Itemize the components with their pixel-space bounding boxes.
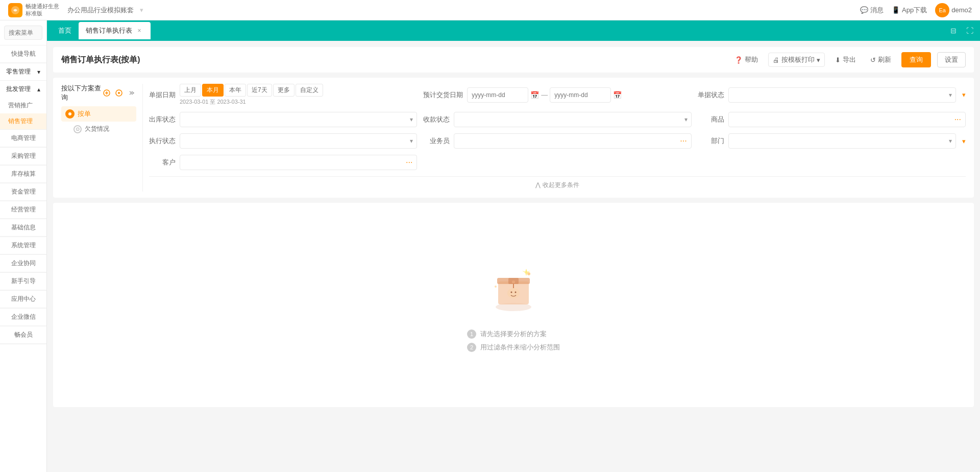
sidebar-sub-sales[interactable]: 销售管理 bbox=[0, 113, 46, 129]
filter-row-3: 执行状态 全部 执行中 已完成 bbox=[149, 133, 966, 149]
page-title: 销售订单执行表(按单) bbox=[61, 55, 140, 65]
collapse-more-btn[interactable]: ⋀ 收起更多条件 bbox=[149, 176, 966, 192]
sidebar-sub-marketing[interactable]: 营销推广 bbox=[0, 98, 46, 113]
sidebar-item-operation[interactable]: 经营管理 bbox=[0, 201, 46, 219]
empty-tip-1: 1 请先选择要分析的方案 bbox=[467, 329, 560, 339]
empty-tips: 1 请先选择要分析的方案 2 用过滤条件来缩小分析范围 bbox=[467, 329, 560, 352]
help-btn[interactable]: ❓ 帮助 bbox=[730, 53, 762, 66]
exec-select[interactable]: 全部 执行中 已完成 bbox=[180, 133, 417, 149]
goods-input[interactable]: ··· bbox=[728, 112, 966, 127]
sidebar-item-vip[interactable]: 畅会员 bbox=[0, 326, 46, 344]
empty-illustration bbox=[483, 258, 544, 321]
salesperson-input[interactable]: ··· bbox=[454, 133, 691, 149]
date-btn-more[interactable]: 更多 bbox=[273, 84, 295, 97]
scheme-collapse-btn[interactable] bbox=[126, 88, 136, 98]
sidebar-item-newuser[interactable]: 新手引导 bbox=[0, 273, 46, 290]
sidebar-item-purchase[interactable]: 采购管理 bbox=[0, 148, 46, 165]
receipt-select-wrapper: 全部 未收款 部分收款 已收款 bbox=[454, 112, 691, 127]
shipment-label: 出库状态 bbox=[149, 115, 176, 124]
customer-dots-icon[interactable]: ··· bbox=[406, 158, 412, 167]
date-btn-last-month[interactable]: 上月 bbox=[180, 84, 201, 97]
sidebar-search-input[interactable] bbox=[4, 26, 42, 40]
sidebar-section-system: 系统管理 bbox=[0, 237, 46, 255]
exec-select-wrapper: 全部 执行中 已完成 bbox=[180, 133, 417, 149]
sidebar-section-wholesale: 批发管理 ▴ 营销推广 销售管理 bbox=[0, 81, 46, 130]
sidebar-item-ecommerce[interactable]: 电商管理 bbox=[0, 130, 46, 147]
status-expand-icon[interactable]: ▾ bbox=[962, 91, 966, 99]
scheme-item-0[interactable]: 按单 bbox=[61, 106, 136, 122]
subtitle-dropdown-icon[interactable]: ▾ bbox=[140, 6, 143, 14]
user-menu[interactable]: Ea demo2 bbox=[935, 3, 972, 17]
sidebar-item-inventory[interactable]: 库存核算 bbox=[0, 166, 46, 183]
filter-scheme-header: 按以下方案查询 bbox=[61, 84, 136, 102]
tab-home[interactable]: 首页 bbox=[51, 23, 79, 38]
scheme-add-btn[interactable] bbox=[102, 88, 112, 98]
status-select-wrapper: 全部 待审核 已审核 已完成 bbox=[728, 87, 956, 103]
shipment-select[interactable]: 全部 未出库 部分出库 已出库 bbox=[180, 112, 417, 127]
dept-expand-icon[interactable]: ▾ bbox=[962, 137, 966, 145]
tab-close-icon[interactable]: × bbox=[135, 27, 143, 35]
settings-btn[interactable]: 设置 bbox=[937, 52, 966, 67]
scheme-item-1[interactable]: ⊙ 欠货情况 bbox=[61, 122, 136, 136]
sidebar-item-system[interactable]: 系统管理 bbox=[0, 237, 46, 254]
filter-field-shipment: 出库状态 全部 未出库 部分出库 已出库 bbox=[149, 112, 417, 127]
app-icon: 📱 bbox=[892, 6, 900, 14]
sidebar-section-cooperation: 企业协同 bbox=[0, 255, 46, 273]
tab-pin-btn[interactable]: ⊟ bbox=[947, 25, 960, 37]
sidebar-item-quicknav[interactable]: 快捷导航 bbox=[0, 45, 46, 63]
filter-row-1: 单据日期 上月 本月 本年 近7天 更多 自定义 bbox=[149, 84, 966, 106]
sidebar-section-purchase: 采购管理 bbox=[0, 148, 46, 166]
dept-select[interactable]: 全部 bbox=[728, 133, 956, 149]
print-btn[interactable]: 🖨 按模板打印 ▾ bbox=[768, 53, 825, 67]
filter-row-2: 出库状态 全部 未出库 部分出库 已出库 bbox=[149, 112, 966, 127]
filter-layout: 按以下方案查询 bbox=[61, 84, 966, 192]
tab-expand-btn[interactable]: ⛶ bbox=[964, 25, 976, 37]
page-header: 销售订单执行表(按单) ❓ 帮助 🖨 按模板打印 ▾ ⬇ 导出 bbox=[53, 47, 974, 73]
sidebar-item-cooperation[interactable]: 企业协同 bbox=[0, 255, 46, 272]
svg-point-5 bbox=[118, 92, 120, 94]
salesperson-label: 业务员 bbox=[423, 136, 450, 146]
date-btn-group: 上月 本月 本年 近7天 更多 自定义 bbox=[180, 84, 417, 97]
filter-field-expected-date: 预计交货日期 📅 — 📅 bbox=[423, 84, 691, 106]
tab-bar-actions: ⊟ ⛶ bbox=[947, 25, 976, 37]
calendar-end-icon[interactable]: 📅 bbox=[613, 91, 622, 99]
date-btn-this-month[interactable]: 本月 bbox=[202, 84, 224, 97]
print-dropdown-icon: ▾ bbox=[817, 56, 820, 64]
filter-fields: 单据日期 上月 本月 本年 近7天 更多 自定义 bbox=[149, 84, 966, 192]
svg-point-12 bbox=[507, 288, 520, 298]
date-btn-custom[interactable]: 自定义 bbox=[296, 84, 323, 97]
avatar: Ea bbox=[935, 3, 949, 17]
page-content: 销售订单执行表(按单) ❓ 帮助 🖨 按模板打印 ▾ ⬇ 导出 bbox=[47, 41, 980, 472]
svg-point-10 bbox=[527, 272, 530, 275]
sidebar-item-appcenter[interactable]: 应用中心 bbox=[0, 291, 46, 308]
calendar-start-icon[interactable]: 📅 bbox=[530, 91, 539, 99]
expected-date-start[interactable] bbox=[467, 87, 528, 103]
sidebar-item-wholesale[interactable]: 批发管理 ▴ bbox=[0, 81, 46, 98]
content-area: 首页 销售订单执行表 × ⊟ ⛶ 销售订单执行表(按单) ❓ 帮助 bbox=[47, 20, 980, 472]
query-btn[interactable]: 查询 bbox=[901, 52, 931, 67]
salesperson-dots-icon[interactable]: ··· bbox=[680, 136, 687, 146]
goods-dots-icon[interactable]: ··· bbox=[954, 115, 961, 124]
sidebar-item-finance[interactable]: 资金管理 bbox=[0, 183, 46, 201]
app-download-btn[interactable]: 📱 App下载 bbox=[892, 6, 927, 15]
sidebar-item-retail[interactable]: 零售管理 ▾ bbox=[0, 63, 46, 80]
expected-date-end[interactable] bbox=[550, 87, 611, 103]
sidebar-item-corpwechat[interactable]: 企业微信 bbox=[0, 309, 46, 326]
sidebar-item-basic[interactable]: 基础信息 bbox=[0, 219, 46, 237]
sidebar-section-quicknav: 快捷导航 bbox=[0, 45, 46, 63]
help-icon: ❓ bbox=[734, 56, 743, 64]
customer-input[interactable]: ··· bbox=[180, 155, 417, 170]
date-btn-this-year[interactable]: 本年 bbox=[225, 84, 246, 97]
receipt-select[interactable]: 全部 未收款 部分收款 已收款 bbox=[454, 112, 691, 127]
date-btn-7days[interactable]: 近7天 bbox=[247, 84, 272, 97]
message-btn[interactable]: 💬 消息 bbox=[860, 6, 884, 15]
sidebar-search-area bbox=[0, 20, 46, 45]
shipment-select-wrapper: 全部 未出库 部分出库 已出库 bbox=[180, 112, 417, 127]
receipt-label: 收款状态 bbox=[423, 115, 450, 124]
tab-sales-exec[interactable]: 销售订单执行表 × bbox=[79, 22, 151, 39]
filter-panel: 按以下方案查询 bbox=[53, 78, 974, 198]
refresh-btn[interactable]: ↺ 刷新 bbox=[866, 53, 895, 66]
status-select[interactable]: 全部 待审核 已审核 已完成 bbox=[728, 87, 956, 103]
scheme-edit-btn[interactable] bbox=[114, 88, 124, 98]
export-btn[interactable]: ⬇ 导出 bbox=[831, 53, 860, 66]
